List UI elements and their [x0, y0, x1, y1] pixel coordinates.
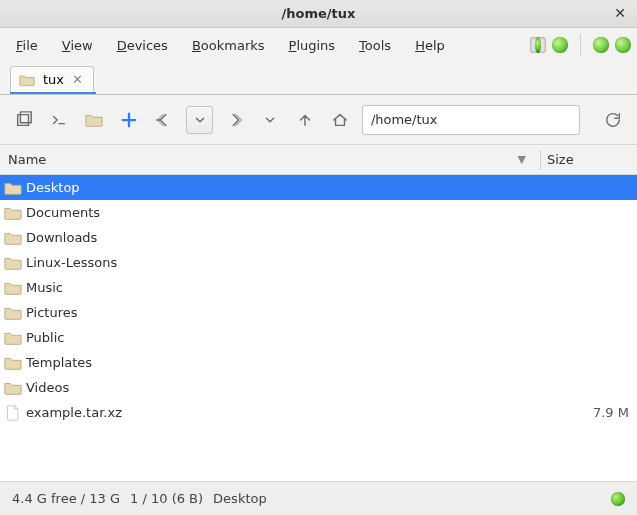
tabbar: tux ✕ — [0, 62, 637, 92]
status-led-group — [530, 34, 631, 56]
led-3[interactable] — [593, 37, 609, 53]
list-item[interactable]: Templates — [0, 350, 637, 375]
home-button[interactable] — [327, 106, 354, 134]
menu-help[interactable]: Help — [405, 32, 455, 59]
menu-file-label: ile — [23, 38, 38, 53]
list-item[interactable]: Videos — [0, 375, 637, 400]
tab-label: tux — [43, 72, 64, 87]
open-folder-button[interactable] — [80, 106, 107, 134]
window-title: /home/tux — [282, 6, 356, 21]
new-window-button[interactable] — [10, 106, 37, 134]
status-disk: 4.4 G free / 13 G — [12, 491, 120, 506]
menu-tools-label: ools — [365, 38, 391, 53]
file-name: Templates — [26, 355, 541, 370]
menu-view-label: iew — [70, 38, 92, 53]
toolbar — [0, 95, 637, 145]
status-selection: 1 / 10 (6 B) — [130, 491, 203, 506]
file-name: Music — [26, 280, 541, 295]
list-item[interactable]: Pictures — [0, 300, 637, 325]
file-name: Desktop — [26, 180, 541, 195]
folder-icon — [4, 380, 22, 396]
menu-plugins[interactable]: Plugins — [279, 32, 346, 59]
menu-bookmarks[interactable]: Bookmarks — [182, 32, 275, 59]
svg-rect-1 — [20, 111, 31, 122]
led-4[interactable] — [615, 37, 631, 53]
path-input[interactable] — [362, 105, 580, 135]
file-name: Downloads — [26, 230, 541, 245]
sort-indicator-icon[interactable]: ▼ — [518, 153, 534, 166]
file-name: example.tar.xz — [26, 405, 541, 420]
folder-icon — [4, 280, 22, 296]
svg-rect-0 — [17, 114, 28, 125]
folder-icon — [4, 230, 22, 246]
file-size: 7.9 M — [545, 405, 629, 420]
terminal-button[interactable] — [45, 106, 72, 134]
file-name: Public — [26, 330, 541, 345]
list-item[interactable]: Documents — [0, 200, 637, 225]
tab-current[interactable]: tux ✕ — [10, 66, 94, 92]
file-name: Documents — [26, 205, 541, 220]
file-icon — [4, 405, 22, 421]
statusbar: 4.4 G free / 13 G 1 / 10 (6 B) Desktop — [0, 481, 637, 515]
column-name[interactable]: Name — [6, 152, 518, 167]
file-list: Desktop Documents Downloads Linux-Lesson… — [0, 175, 637, 481]
list-item[interactable]: Downloads — [0, 225, 637, 250]
list-item[interactable]: Desktop — [0, 175, 637, 200]
menu-help-label: elp — [425, 38, 445, 53]
column-header: Name ▼ Size — [0, 145, 637, 175]
menubar: File View Devices Bookmarks Plugins Tool… — [0, 28, 637, 62]
menu-devices-label: evices — [127, 38, 168, 53]
folder-icon — [4, 255, 22, 271]
tab-close-icon[interactable]: ✕ — [72, 72, 83, 87]
forward-dropdown-button[interactable] — [256, 106, 283, 134]
column-size[interactable]: Size — [547, 152, 631, 167]
window-close-button[interactable]: ✕ — [611, 4, 629, 22]
list-item[interactable]: Music — [0, 275, 637, 300]
status-current: Desktop — [213, 491, 267, 506]
folder-icon — [4, 305, 22, 321]
menu-tools[interactable]: Tools — [349, 32, 401, 59]
menu-devices[interactable]: Devices — [107, 32, 178, 59]
list-item[interactable]: Public — [0, 325, 637, 350]
titlebar: /home/tux ✕ — [0, 0, 637, 28]
list-item[interactable]: example.tar.xz 7.9 M — [0, 400, 637, 425]
menu-plugins-label: lugins — [296, 38, 335, 53]
status-led-icon — [611, 492, 625, 506]
menu-file[interactable]: File — [6, 32, 48, 59]
up-button[interactable] — [292, 106, 319, 134]
menu-view[interactable]: View — [52, 32, 103, 59]
folder-icon — [19, 73, 35, 87]
back-button[interactable] — [151, 106, 178, 134]
forward-button[interactable] — [221, 106, 248, 134]
folder-icon — [4, 180, 22, 196]
menu-bookmarks-label: ookmarks — [201, 38, 265, 53]
file-name: Linux-Lessons — [26, 255, 541, 270]
folder-icon — [4, 205, 22, 221]
folder-icon — [4, 355, 22, 371]
list-item[interactable]: Linux-Lessons — [0, 250, 637, 275]
folder-icon — [4, 330, 22, 346]
led-2[interactable] — [552, 37, 568, 53]
file-name: Pictures — [26, 305, 541, 320]
refresh-button[interactable] — [600, 106, 627, 134]
back-dropdown-button[interactable] — [186, 106, 213, 134]
led-1[interactable] — [530, 37, 546, 53]
file-name: Videos — [26, 380, 541, 395]
add-button[interactable] — [116, 106, 143, 134]
